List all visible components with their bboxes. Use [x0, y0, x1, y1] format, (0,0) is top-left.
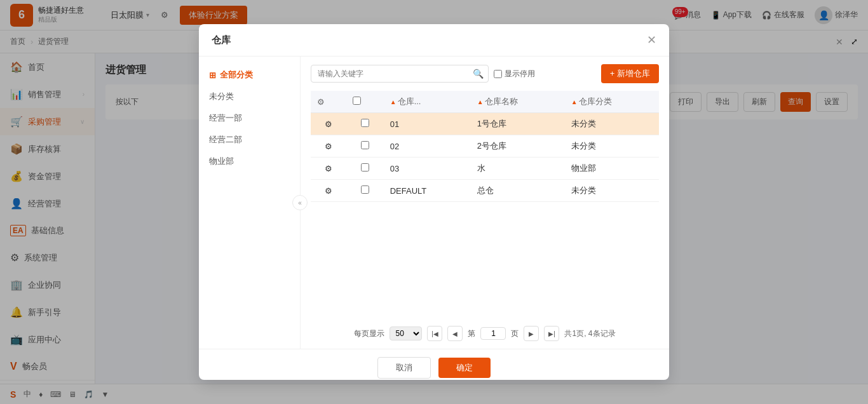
row-code-4: DEFAULT	[384, 180, 471, 202]
row-check-1[interactable]	[346, 113, 383, 135]
row-num-2: 02	[384, 135, 471, 158]
confirm-button[interactable]: 确定	[438, 358, 491, 378]
category-item-ops2[interactable]: 经营二部	[199, 129, 300, 151]
row-category-4: 未分类	[565, 180, 659, 202]
row-num-3: 03	[384, 158, 471, 180]
prev-page-button[interactable]: ◀	[447, 326, 463, 341]
row-check-2[interactable]	[346, 135, 383, 158]
row-name-3: 水	[471, 158, 565, 180]
row-gear-2[interactable]: ⚙	[311, 135, 346, 158]
category-panel: ⊞ 全部分类 未分类 经营一部 经营二部 物业部 «	[199, 57, 301, 349]
warehouse-modal: 仓库 ✕ ⊞ 全部分类 未分类 经营一部 经营二部 物业部 « 🔍	[199, 24, 669, 380]
modal-header: 仓库 ✕	[199, 24, 669, 57]
table-panel: 🔍 显示停用 + 新增仓库 ⚙ ▲仓库... ▲仓库名称 ▲仓库分类	[301, 57, 669, 349]
th-name: ▲仓库名称	[471, 91, 565, 113]
th-category: ▲仓库分类	[565, 91, 659, 113]
search-icon: 🔍	[473, 69, 484, 79]
first-page-button[interactable]: |◀	[427, 326, 442, 341]
gear-header-icon: ⚙	[317, 97, 325, 107]
th-code: ▲仓库...	[384, 91, 471, 113]
row-name-1: 1号仓库	[471, 113, 565, 135]
row-gear-3[interactable]: ⚙	[311, 158, 346, 180]
page-label-2: 页	[511, 328, 519, 339]
category-item-unclassified[interactable]: 未分类	[199, 86, 300, 107]
category-item-ops1[interactable]: 经营一部	[199, 107, 300, 129]
new-warehouse-button[interactable]: + 新增仓库	[601, 64, 659, 83]
row-num-1: 01	[384, 113, 471, 135]
collapse-button[interactable]: «	[292, 195, 308, 210]
next-page-button[interactable]: ▶	[524, 326, 539, 341]
row-name-4: 总仓	[471, 180, 565, 202]
row-name-2: 2号仓库	[471, 135, 565, 158]
show-disabled-text: 显示停用	[505, 69, 535, 79]
show-disabled-label[interactable]: 显示停用	[494, 69, 535, 79]
row-check-4[interactable]	[346, 180, 383, 202]
row-gear-4[interactable]: ⚙	[311, 180, 346, 202]
page-label: 第	[468, 328, 475, 339]
page-input[interactable]	[480, 327, 506, 340]
search-input-wrap: 🔍	[311, 65, 489, 83]
category-item-property[interactable]: 物业部	[199, 151, 300, 172]
show-disabled-checkbox[interactable]	[494, 70, 502, 78]
row-check-3[interactable]	[346, 158, 383, 180]
cancel-button[interactable]: 取消	[377, 357, 431, 379]
grid-icon: ⊞	[209, 71, 216, 80]
table-row[interactable]: ⚙ DEFAULT 总仓 未分类	[311, 180, 659, 202]
table-body: ⚙ 01 1号仓库 未分类 ⚙ 02 2号仓库 未分类 ⚙	[311, 113, 659, 202]
table-header: ⚙ ▲仓库... ▲仓库名称 ▲仓库分类	[311, 91, 659, 113]
last-page-button[interactable]: ▶|	[544, 326, 559, 341]
table-toolbar: 🔍 显示停用 + 新增仓库	[311, 64, 659, 83]
row-category-2: 未分类	[565, 135, 659, 158]
all-category-item[interactable]: ⊞ 全部分类	[199, 64, 300, 86]
table-row[interactable]: ⚙ 01 1号仓库 未分类	[311, 113, 659, 135]
modal-footer: 取消 确定	[199, 349, 669, 386]
pagination: 每页显示 50 10 20 100 |◀ ◀ 第 页 ▶ ▶| 共1页, 4条记…	[311, 318, 659, 341]
row-category-1: 未分类	[565, 113, 659, 135]
all-category-label: 全部分类	[220, 69, 253, 81]
modal-title: 仓库	[212, 34, 231, 46]
row-gear-1[interactable]: ⚙	[311, 113, 346, 135]
th-gear: ⚙	[311, 91, 346, 113]
page-size-select[interactable]: 50 10 20 100	[390, 327, 422, 340]
row-category-3: 物业部	[565, 158, 659, 180]
modal-body: ⊞ 全部分类 未分类 经营一部 经营二部 物业部 « 🔍 显示停用 + 新增仓库	[199, 57, 669, 349]
warehouse-table: ⚙ ▲仓库... ▲仓库名称 ▲仓库分类 ⚙ 01 1号仓库 未分类	[311, 91, 659, 202]
th-checkbox	[346, 91, 383, 113]
select-all-checkbox[interactable]	[353, 97, 361, 105]
page-size-label: 每页显示	[354, 328, 384, 339]
table-row[interactable]: ⚙ 03 水 物业部	[311, 158, 659, 180]
table-row[interactable]: ⚙ 02 2号仓库 未分类	[311, 135, 659, 158]
page-info: 共1页, 4条记录	[564, 328, 615, 339]
modal-close-button[interactable]: ✕	[647, 33, 656, 47]
search-input[interactable]	[311, 65, 489, 83]
